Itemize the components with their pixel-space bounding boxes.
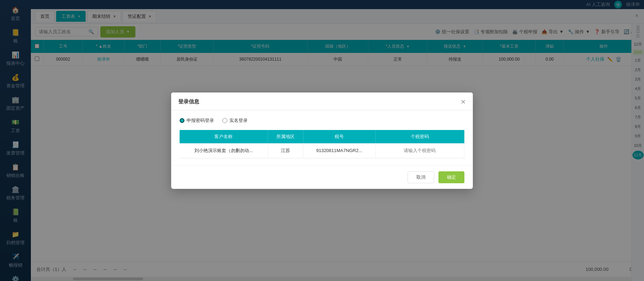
inner-col-client-name: 客户名称	[180, 130, 268, 143]
inner-col-region: 所属地区	[268, 130, 303, 143]
login-info-dialog: 登录信息 ✕ 申报密码登录 实名登录 客户名称	[171, 92, 473, 189]
radio-declaration-label: 申报密码登录	[187, 117, 214, 124]
cell-tax-pwd	[375, 143, 464, 158]
confirm-button[interactable]: 确定	[438, 171, 464, 183]
radio-realname-label: 实名登录	[229, 117, 248, 124]
tax-pwd-input[interactable]	[380, 148, 460, 153]
login-info-row: 刘小艳演示账套（勿删勿动... 江苏 91320811MA7NGR2...	[180, 143, 464, 158]
radio-declaration-input[interactable]	[180, 118, 185, 123]
dialog-header: 登录信息 ✕	[171, 92, 473, 110]
inner-col-tax-pwd: 个税密码	[375, 130, 464, 143]
cancel-button[interactable]: 取消	[408, 171, 434, 183]
dialog-title: 登录信息	[178, 98, 199, 105]
radio-realname-input[interactable]	[222, 118, 227, 123]
dialog-close-button[interactable]: ✕	[461, 98, 466, 106]
cell-region: 江苏	[268, 143, 303, 158]
dialog-footer: 取消 确定	[171, 165, 473, 189]
login-info-table: 客户名称 所属地区 税号 个税密码 刘小艳演示账套（勿删勿动... 江苏 913…	[180, 130, 464, 158]
cell-tax-no: 91320811MA7NGR2...	[303, 143, 375, 158]
dialog-body: 申报密码登录 实名登录 客户名称 所属地区 税号 个税密码	[171, 110, 473, 165]
cell-client-name: 刘小艳演示账套（勿删勿动...	[180, 143, 268, 158]
login-type-radio-group: 申报密码登录 实名登录	[180, 117, 464, 124]
inner-col-tax-no: 税号	[303, 130, 375, 143]
modal-overlay: 登录信息 ✕ 申报密码登录 实名登录 客户名称	[0, 0, 644, 281]
radio-declaration-pwd[interactable]: 申报密码登录	[180, 117, 214, 124]
radio-realname[interactable]: 实名登录	[222, 117, 248, 124]
